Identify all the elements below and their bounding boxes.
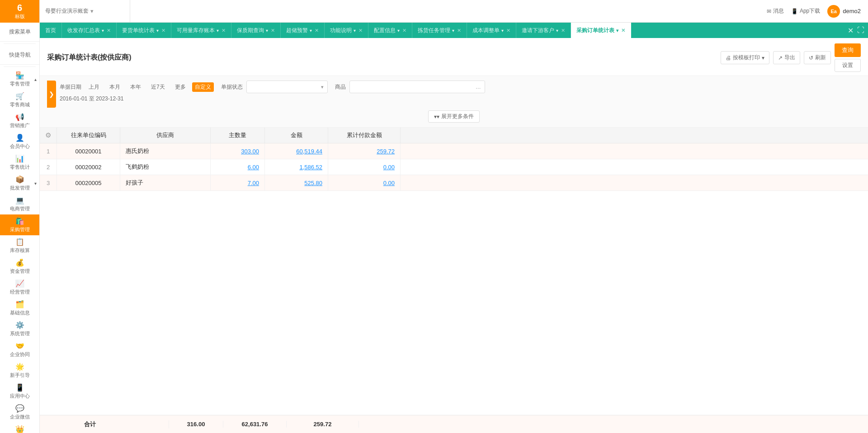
sidebar-item-operations[interactable]: 📈 经营管理 xyxy=(0,277,39,298)
sidebar-item-wholesale[interactable]: 📦 批发管理 ▾ xyxy=(0,173,39,194)
close-icon[interactable]: ✕ xyxy=(222,28,226,33)
close-icon[interactable]: ✕ xyxy=(621,28,625,33)
settings-button[interactable]: 设置 xyxy=(835,59,861,72)
cell-paid[interactable]: 0.00 xyxy=(328,159,401,175)
shop-icon: 🛒 xyxy=(15,92,24,100)
tab-home[interactable]: 首页 xyxy=(40,23,62,38)
sidebar-item-marketing[interactable]: 📢 营销推广 xyxy=(0,110,39,131)
close-icon[interactable]: ✕ xyxy=(561,28,565,33)
tab-overstock-alert[interactable]: 超储预警 ▾ ✕ xyxy=(281,23,325,38)
refresh-label: 刷新 xyxy=(815,54,826,62)
sidebar-item-basic[interactable]: 🗂️ 基础信息 xyxy=(0,298,39,319)
chevron-down-icon: ▾ xyxy=(156,28,159,33)
date-more[interactable]: 更多 xyxy=(171,82,189,92)
footer-paid: 259.72 xyxy=(287,421,359,428)
sidebar-item-finance[interactable]: 💰 资金管理 xyxy=(0,256,39,277)
tab-purchase-order-stat[interactable]: 采购订单统计表 ▾ ✕ xyxy=(571,23,631,38)
cell-amount[interactable]: 60,519.44 xyxy=(265,143,328,159)
logo-subtitle: 标版 xyxy=(15,13,25,20)
date-shortcuts: 上月 本月 本年 近7天 更多 自定义 xyxy=(85,82,214,92)
cell-paid[interactable]: 259.72 xyxy=(328,143,401,159)
printer-icon: 🖨 xyxy=(726,55,731,61)
app-download-button[interactable]: 📱 App下载 xyxy=(791,7,820,15)
tab-cost-adjust[interactable]: 成本调整单 ▾ ✕ xyxy=(467,23,516,38)
tab-expiry-query[interactable]: 保质期查询 ▾ ✕ xyxy=(231,23,281,38)
chevron-down-icon[interactable]: ▾ xyxy=(90,8,94,14)
user-menu[interactable]: Ea demo2 xyxy=(827,5,861,18)
tab-expand-button[interactable]: ⛶ xyxy=(857,26,864,34)
refresh-button[interactable]: ↺ 刷新 xyxy=(804,51,831,64)
cell-code: 00020001 xyxy=(57,143,120,159)
sidebar-item-shop[interactable]: 🛒 零售商城 xyxy=(0,90,39,110)
date-custom-badge[interactable]: 自定义 xyxy=(192,82,214,92)
cell-supplier: 好孩子 xyxy=(120,175,211,191)
sidebar-item-label: 新手引导 xyxy=(10,372,30,379)
marketing-icon: 📢 xyxy=(15,113,24,121)
cell-qty[interactable]: 6.00 xyxy=(211,159,265,175)
tab-pick-task[interactable]: 拣货任务管理 ▾ ✕ xyxy=(412,23,467,38)
cell-amount[interactable]: 1,586.52 xyxy=(265,159,328,175)
print-button[interactable]: 🖨 按模板打印 ▾ xyxy=(721,51,769,64)
close-icon[interactable]: ✕ xyxy=(315,28,319,33)
quick-nav-item[interactable]: 快捷导航 xyxy=(0,46,39,65)
sidebar-item-system[interactable]: ⚙️ 系统管理 xyxy=(0,319,39,339)
close-icon[interactable]: ✕ xyxy=(506,28,510,33)
column-settings-icon[interactable]: ⚙ xyxy=(45,131,51,139)
sidebar-item-wechat[interactable]: 💬 企业微信 xyxy=(0,402,39,423)
tab-purchase-stat[interactable]: 要货单统计表 ▾ ✕ xyxy=(117,23,171,38)
sidebar-item-inventory[interactable]: 📋 库存核算 xyxy=(0,235,39,256)
tab-func-desc[interactable]: 功能说明 ▾ ✕ xyxy=(325,23,368,38)
message-button[interactable]: ✉ 消息 xyxy=(767,7,784,15)
tab-invite-customer[interactable]: 邀请下游客户 ▾ ✕ xyxy=(516,23,571,38)
search-menu-item[interactable]: 搜索菜单 xyxy=(0,23,39,42)
tab-config-info[interactable]: 配置信息 ▾ ✕ xyxy=(368,23,412,38)
cell-qty[interactable]: 7.00 xyxy=(211,175,265,191)
sidebar-item-retail[interactable]: 🏪 零售管理 ▴ xyxy=(0,69,39,90)
search-label[interactable]: 搜索菜单 xyxy=(3,26,37,38)
close-icon[interactable]: ✕ xyxy=(271,28,275,33)
cell-paid[interactable]: 0.00 xyxy=(328,175,401,191)
goods-label: 商品 xyxy=(335,83,346,91)
refresh-icon: ↺ xyxy=(809,55,813,61)
sidebar-item-ecommerce[interactable]: 💻 电商管理 xyxy=(0,194,39,214)
date-last-7days[interactable]: 近7天 xyxy=(147,82,169,92)
cell-code: 00020005 xyxy=(57,175,120,191)
tab-inventory-book[interactable]: 可用量库存账本 ▾ ✕ xyxy=(171,23,231,38)
tab-close-button[interactable]: ✕ xyxy=(848,26,854,35)
cell-amount[interactable]: 525.80 xyxy=(265,175,328,191)
close-icon[interactable]: ✕ xyxy=(161,28,165,33)
collapse-button[interactable]: ❯ xyxy=(47,81,56,108)
sidebar-item-vip[interactable]: 👑 畅会员 xyxy=(0,423,39,433)
chevron-down-icon: ▴ xyxy=(34,77,37,82)
retail-stat-icon: 📊 xyxy=(15,154,24,163)
tab-receive-summary[interactable]: 收发存汇总表 ▾ ✕ xyxy=(62,23,117,38)
sidebar-item-appcenter[interactable]: 📱 应用中心 xyxy=(0,381,39,402)
sidebar-item-retail-stat[interactable]: 📊 零售统计 xyxy=(0,152,39,173)
topbar-right: ✉ 消息 📱 App下载 Ea demo2 xyxy=(767,5,868,18)
date-this-year[interactable]: 本年 xyxy=(127,82,145,92)
close-icon[interactable]: ✕ xyxy=(359,28,363,33)
tab-label: 邀请下游客户 xyxy=(522,27,554,34)
status-select[interactable]: ▾ xyxy=(246,81,328,93)
page-header: 采购订单统计表(按供应商) 🖨 按模板打印 ▾ ↗ 导出 ↺ 刷新 查询 设置 xyxy=(40,38,868,76)
sidebar-item-newbie[interactable]: 🌟 新手引导 xyxy=(0,360,39,381)
date-last-month[interactable]: 上月 xyxy=(85,82,103,92)
quick-nav-label[interactable]: 快捷导航 xyxy=(3,49,37,61)
close-icon[interactable]: ✕ xyxy=(457,28,461,33)
date-this-month[interactable]: 本月 xyxy=(106,82,124,92)
sidebar-item-enterprise[interactable]: 🤝 企业协同 xyxy=(0,339,39,360)
export-button[interactable]: ↗ 导出 xyxy=(773,51,800,64)
close-icon[interactable]: ✕ xyxy=(107,28,111,33)
more-options-icon[interactable]: … xyxy=(476,84,481,90)
sidebar-item-purchase[interactable]: 🛍️ 采购管理 xyxy=(0,214,39,235)
sidebar-item-label: 库存核算 xyxy=(10,247,30,254)
enterprise-icon: 🤝 xyxy=(15,342,24,350)
app-download-label: App下载 xyxy=(800,7,820,15)
expand-more-button[interactable]: ▾▾ 展开更多条件 xyxy=(428,110,480,123)
close-icon[interactable]: ✕ xyxy=(402,28,406,33)
goods-select[interactable]: … xyxy=(349,81,485,93)
chevron-down-icon: ▾ xyxy=(266,28,268,33)
cell-qty[interactable]: 303.00 xyxy=(211,143,265,159)
query-button[interactable]: 查询 xyxy=(835,43,861,57)
sidebar-item-member[interactable]: 👤 会员中心 xyxy=(0,131,39,152)
